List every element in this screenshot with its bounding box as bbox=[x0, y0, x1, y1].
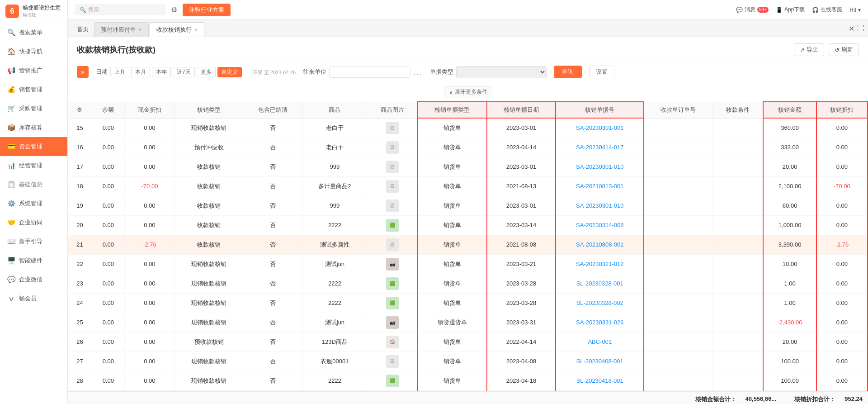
tab-writeoff-close[interactable]: × bbox=[194, 27, 198, 33]
cell-product-img: 📷 bbox=[367, 313, 418, 332]
sidebar-item-hardware[interactable]: 🖥️ 智能硬件 bbox=[0, 251, 67, 270]
cell-balance: 0.00 bbox=[92, 157, 124, 176]
cell-receipt-condition bbox=[712, 274, 763, 293]
sidebar-label-quicknav: 快捷导航 bbox=[19, 48, 42, 56]
cell-bill-no[interactable]: SA-20230301-010 bbox=[556, 196, 644, 215]
cell-bill-no[interactable]: SL-20230408-001 bbox=[556, 352, 644, 371]
unit-dots[interactable]: ... bbox=[413, 67, 423, 77]
cell-bill-no[interactable]: SA-20230331-026 bbox=[556, 313, 644, 332]
cell-receipt-order-no bbox=[644, 313, 712, 332]
cell-bill-no[interactable]: SL-20230328-002 bbox=[556, 293, 644, 313]
sidebar-item-purchase[interactable]: 🛒 采购管理 bbox=[0, 99, 67, 118]
sidebar-item-quicknav[interactable]: 🏠 快捷导航 bbox=[0, 42, 67, 61]
tab-close-all[interactable]: ✕ bbox=[849, 24, 854, 33]
sidebar-item-system[interactable]: ⚙️ 系统管理 bbox=[0, 194, 67, 213]
type-select[interactable] bbox=[456, 66, 547, 78]
app-download-btn[interactable]: 📱 App下载 bbox=[776, 6, 805, 14]
home-tab-label: 首页 bbox=[77, 25, 89, 33]
cell-bill-no[interactable]: SA-20230301-001 bbox=[556, 118, 644, 138]
cell-product: 999 bbox=[302, 157, 367, 176]
sidebar-item-member[interactable]: V 畅会员 bbox=[0, 289, 67, 308]
table-row: 21 0.00 -2.76 收款核销 否 测试多属性 🖼 销货单 2021-08… bbox=[68, 235, 868, 254]
sidebar-item-inventory[interactable]: 📦 库存核算 bbox=[0, 118, 67, 137]
product-img: 🖼 bbox=[386, 122, 399, 134]
sidebar-item-finance[interactable]: 💳 资金管理 bbox=[0, 137, 67, 156]
messages-btn[interactable]: 💬 消息 99+ bbox=[736, 6, 769, 14]
sidebar-item-operation[interactable]: 📊 经营管理 bbox=[0, 156, 67, 175]
cell-bill-type: 销货单 bbox=[418, 196, 487, 215]
sidebar-item-marketing[interactable]: 📢 营销推广 bbox=[0, 61, 67, 80]
refresh-btn[interactable]: ↺ 刷新 bbox=[829, 43, 859, 56]
cell-bill-no[interactable]: SA-20230414-017 bbox=[556, 138, 644, 157]
query-btn[interactable]: 查询 bbox=[554, 66, 582, 78]
cell-product: 老白干 bbox=[302, 138, 367, 157]
sidebar-item-guide[interactable]: 📖 新手引导 bbox=[0, 232, 67, 251]
logo-name: 畅捷通谱好生意 bbox=[23, 5, 61, 12]
tab-prepay[interactable]: 预付冲应付单 × bbox=[94, 22, 149, 37]
filter-more[interactable]: 更多 bbox=[197, 67, 216, 77]
sidebar-item-sales[interactable]: 💰 销售管理 bbox=[0, 80, 67, 99]
cell-product: 2222 bbox=[302, 215, 367, 235]
export-btn[interactable]: ↗ 导出 bbox=[794, 43, 824, 56]
product-img: 🟩 bbox=[386, 219, 399, 232]
industry-btn[interactable]: 休验行业方案 bbox=[183, 4, 231, 16]
page-title: 收款核销执行(按收款) bbox=[77, 44, 156, 55]
cell-bill-no[interactable]: SA-20230321-012 bbox=[556, 254, 644, 274]
settings-icon[interactable]: ⚙ bbox=[171, 5, 177, 14]
purchase-icon: 🛒 bbox=[7, 105, 15, 113]
tab-prepay-close[interactable]: × bbox=[139, 27, 142, 33]
cell-bill-type: 销货单 bbox=[418, 274, 487, 293]
cell-receipt-condition bbox=[712, 118, 763, 138]
cell-id: 21 bbox=[68, 235, 92, 254]
cell-product-img: 🟩 bbox=[367, 293, 418, 313]
cell-cash-discount: 0.00 bbox=[124, 371, 175, 390]
tab-writeoff[interactable]: 收款核销执行 × bbox=[150, 22, 204, 37]
col-settings[interactable]: ⚙ bbox=[68, 102, 92, 118]
filter-toggle-btn[interactable]: » bbox=[77, 66, 89, 78]
cell-bill-no[interactable]: SA-20210808-001 bbox=[556, 235, 644, 254]
filter-settings-btn[interactable]: 设置 bbox=[589, 66, 614, 78]
content-area: 收款核销执行(按收款) ↗ 导出 ↺ 刷新 » 日期 上月 bbox=[68, 37, 868, 404]
cell-bill-type: 销货单 bbox=[418, 215, 487, 235]
unit-input[interactable] bbox=[329, 67, 410, 78]
online-service-btn[interactable]: 🎧 在线客服 bbox=[812, 6, 842, 14]
sidebar-item-search[interactable]: 🔍 搜索菜单 bbox=[0, 23, 67, 42]
col-bill-date: 核销单据日期 bbox=[487, 102, 556, 118]
cell-cash-discount: 0.00 bbox=[124, 274, 175, 293]
cell-write-off-discount: 0.00 bbox=[816, 157, 868, 176]
cell-write-off-type: 现销收款核销 bbox=[175, 371, 243, 390]
footer-amount-label: 核销金额合计： bbox=[695, 395, 736, 404]
cell-write-off-type: 收款核销 bbox=[175, 176, 243, 196]
cell-bill-no[interactable]: SA-20230314-008 bbox=[556, 215, 644, 235]
tab-home[interactable]: 首页 bbox=[71, 22, 94, 37]
col-write-off-discount: 核销折扣 bbox=[816, 102, 868, 118]
system-icon: ⚙️ bbox=[7, 200, 15, 208]
cell-includes-settled: 否 bbox=[243, 157, 302, 176]
cell-bill-no[interactable]: SA-20210813-001 bbox=[556, 176, 644, 196]
filter-this-month[interactable]: 本月 bbox=[131, 67, 150, 77]
sidebar-item-collab[interactable]: 🤝 企业协同 bbox=[0, 213, 67, 232]
user-name[interactable]: Rit ▾ bbox=[849, 7, 861, 13]
tab-expand[interactable]: ⛶ bbox=[857, 24, 864, 33]
tabbar: 首页 预付冲应付单 × 收款核销执行 × ✕ ⛶ bbox=[68, 20, 868, 37]
filter-last-month[interactable]: 上月 bbox=[110, 67, 129, 77]
filter-this-year[interactable]: 本年 bbox=[152, 67, 171, 77]
cell-bill-no[interactable]: SL-20230418-001 bbox=[556, 371, 644, 390]
filter-custom[interactable]: 自定义 bbox=[217, 67, 242, 77]
cell-bill-no[interactable]: SL-20230328-001 bbox=[556, 274, 644, 293]
cell-write-off-amount: 20.00 bbox=[763, 157, 816, 176]
cell-bill-no[interactable]: ABC-001 bbox=[556, 332, 644, 352]
product-img: 🖼 bbox=[386, 355, 399, 368]
cell-id: 23 bbox=[68, 274, 92, 293]
cell-bill-no[interactable]: SA-20230301-010 bbox=[556, 157, 644, 176]
sidebar-item-wechat[interactable]: 💬 企业微信 bbox=[0, 270, 67, 289]
cell-write-off-type: 预收款核销 bbox=[175, 332, 243, 352]
cell-product-img: 🖼 bbox=[367, 235, 418, 254]
sidebar-item-basic[interactable]: 📋 基础信息 bbox=[0, 175, 67, 194]
expand-more-btn[interactable]: ∨ 展开更多条件 bbox=[444, 86, 492, 98]
filter-7days[interactable]: 近7天 bbox=[173, 67, 195, 77]
topbar-search[interactable]: 🔍 搜索... bbox=[75, 4, 165, 15]
cell-product: 测试多属性 bbox=[302, 235, 367, 254]
cell-id: 26 bbox=[68, 332, 92, 352]
online-service-label: 在线客服 bbox=[821, 6, 842, 14]
